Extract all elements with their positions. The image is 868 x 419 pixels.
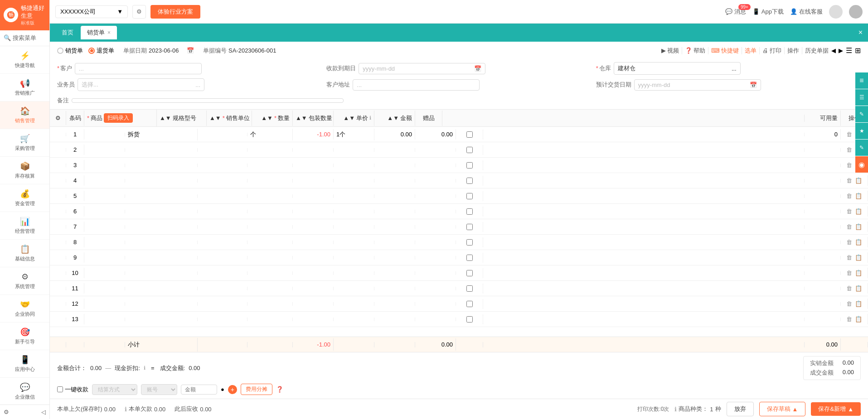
calc-method-select[interactable]: 结算方式 [92, 384, 137, 395]
one-click-pay-checkbox[interactable]: 一键收款 [57, 385, 88, 394]
customer-input[interactable]: ... [75, 63, 202, 74]
close-tab-button[interactable]: × [858, 29, 863, 37]
save-draft-button[interactable]: 保存草稿 ▲ [759, 402, 806, 416]
video-btn[interactable]: ▶ 视频 [661, 47, 679, 55]
collapse-icon[interactable]: ◁ [41, 409, 46, 415]
copy-icon-9[interactable]: 📋 [855, 254, 862, 261]
copy-icon-12[interactable]: 📋 [855, 300, 862, 307]
td-product-2[interactable] [125, 148, 198, 152]
sidebar-item-wechat[interactable]: 💬 企业微信 [0, 378, 49, 405]
td-pack-2[interactable] [334, 148, 374, 152]
settings-button[interactable]: ⚙ [132, 5, 146, 19]
delete-icon-4[interactable]: 🗑 [846, 177, 852, 184]
settings-icon[interactable]: ⚙ [4, 409, 9, 415]
delete-icon-8[interactable]: 🗑 [846, 239, 852, 246]
td-price-1[interactable]: 0.00 [374, 129, 415, 140]
delivery-date-input[interactable]: yyyy-mm-dd 📅 [634, 79, 761, 91]
online-service-button[interactable]: 👤 在线客服 [790, 8, 823, 16]
td-note-1[interactable] [483, 133, 805, 136]
rf-btn-3[interactable]: ✎ [855, 106, 868, 122]
print-btn[interactable]: 🖨 打印 [762, 47, 781, 55]
td-qty-2[interactable] [293, 148, 334, 152]
return-radio[interactable]: 退货单 [88, 47, 114, 55]
sidebar-item-finance[interactable]: 💰 资金管理 [0, 184, 49, 212]
delete-icon-3[interactable]: 🗑 [846, 162, 852, 169]
delete-icon-13[interactable]: 🗑 [846, 316, 852, 323]
prev-icon[interactable]: ◀ [831, 47, 836, 54]
copy-icon-5[interactable]: 📋 [855, 193, 862, 199]
delete-icon-7[interactable]: 🗑 [846, 223, 852, 230]
sidebar-item-basic[interactable]: 📋 基础信息 [0, 240, 49, 267]
warehouse-input[interactable]: 建材仓 ... [614, 62, 741, 75]
td-spec-2[interactable] [198, 148, 247, 152]
sidebar-item-appstore[interactable]: 📱 应用中心 [0, 350, 49, 378]
td-amount-1[interactable]: 0.00 [415, 129, 456, 140]
gift-checkbox-1[interactable] [466, 131, 473, 138]
amount-input[interactable] [181, 385, 217, 395]
sidebar-item-enterprise[interactable]: 🤝 企业协同 [0, 295, 49, 323]
delete-icon-10[interactable]: 🗑 [846, 270, 852, 276]
td-product-1[interactable]: 拆货 [125, 129, 198, 140]
copy-icon-6[interactable]: 📋 [855, 208, 862, 215]
delete-icon-11[interactable]: 🗑 [846, 285, 852, 292]
sidebar-item-quick-nav[interactable]: ⚡ 快捷导航 [0, 46, 49, 74]
delete-icon-1[interactable]: 🗑 [846, 131, 852, 138]
rf-btn-2[interactable]: ☰ [855, 89, 868, 106]
td-note-2[interactable] [483, 148, 805, 152]
sidebar-item-operations[interactable]: 📊 经营管理 [0, 212, 49, 240]
td-unit-2[interactable] [247, 148, 293, 152]
delete-icon-6[interactable]: 🗑 [846, 208, 852, 215]
avatar2[interactable] [849, 5, 863, 19]
tab-close-icon[interactable]: × [107, 29, 111, 36]
tab-active[interactable]: 销货单 × [81, 26, 117, 39]
save-new-button[interactable]: 保存&新增 ▲ [811, 402, 861, 416]
sidebar-item-system[interactable]: ⚙ 系统管理 [0, 267, 49, 295]
app-download-button[interactable]: 📱 App下载 [752, 8, 784, 16]
calendar-icon[interactable]: 📅 [187, 47, 194, 54]
account-select[interactable]: 账号 [141, 384, 177, 395]
copy-icon-10[interactable]: 📋 [855, 270, 862, 276]
add-payment-button[interactable]: + [228, 385, 237, 394]
copy-icon-8[interactable]: 📋 [855, 239, 862, 246]
td-pack-1[interactable]: 1个 [334, 129, 374, 140]
due-date-input[interactable]: yyyy-mm-dd 📅 [359, 63, 485, 74]
sidebar-item-sales[interactable]: 🏠 销售管理 [0, 101, 49, 129]
sidebar-item-purchase[interactable]: 🛒 采购管理 [0, 129, 49, 157]
td-price-2[interactable] [374, 148, 415, 152]
abandon-button[interactable]: 放弃 [727, 402, 754, 416]
select-btn[interactable]: 选单 [745, 47, 756, 55]
company-selector[interactable]: XXXXXX公司 ▼ [55, 5, 128, 18]
copy-icon-7[interactable]: 📋 [855, 223, 862, 230]
next-icon[interactable]: ▶ [839, 47, 843, 54]
expense-button[interactable]: 费用分摊 [241, 384, 272, 395]
delete-icon-5[interactable]: 🗑 [846, 193, 852, 199]
help-btn[interactable]: ❓ 帮助 [685, 47, 705, 55]
shortcut-btn[interactable]: ⌨ 快捷键 [711, 47, 739, 55]
one-click-checkbox[interactable] [57, 386, 63, 392]
td-amount-2[interactable] [415, 148, 456, 152]
rf-btn-5[interactable]: ✎ [855, 140, 868, 156]
customer-addr-input[interactable]: ... [353, 79, 480, 91]
delete-icon-9[interactable]: 🗑 [846, 254, 852, 261]
list-view-icon[interactable]: ☰ [846, 46, 852, 55]
sidebar-search[interactable]: 🔍 搜索菜单 [0, 30, 49, 46]
sidebar-item-guide[interactable]: 🎯 新手引导 [0, 323, 49, 350]
avatar[interactable] [829, 5, 843, 19]
delete-icon-2[interactable]: 🗑 [846, 146, 852, 153]
td-unit-1[interactable]: 个 [247, 129, 293, 140]
delete-icon-12[interactable]: 🗑 [846, 300, 852, 307]
copy-icon-11[interactable]: 📋 [855, 285, 862, 292]
sale-radio[interactable]: 销货单 [57, 47, 83, 55]
td-qty-1[interactable]: -1.00 [293, 129, 334, 140]
th-settings[interactable]: ⚙ [50, 111, 66, 125]
gift-checkbox-2[interactable] [466, 147, 473, 153]
td-gift-2[interactable] [456, 145, 483, 155]
grid-view-icon[interactable]: ⊞ [855, 46, 861, 55]
copy-icon-4[interactable]: 📋 [855, 177, 862, 184]
rf-btn-orange[interactable]: ◉ [855, 156, 868, 173]
td-spec-1[interactable] [198, 133, 247, 136]
sidebar-item-inventory[interactable]: 📦 库存核算 [0, 157, 49, 184]
td-gift-1[interactable] [456, 130, 483, 140]
copy-icon-13[interactable]: 📋 [855, 316, 862, 323]
sidebar-item-marketing[interactable]: 📢 营销推广 [0, 74, 49, 101]
